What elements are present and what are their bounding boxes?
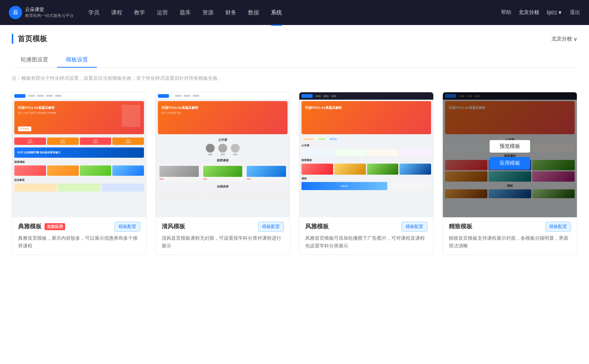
btn-config-jingzhi[interactable]: 模板配置 [545, 222, 571, 232]
nav-yunying[interactable]: 运营 [157, 8, 168, 18]
page-container: 首页模板 北京分校 ∨ 轮播图设置 模板设置 注：模板有部分个性化样式设置，设置… [0, 25, 589, 364]
logo[interactable]: 云 云朵课堂 教育机构一站式服务云平台 [9, 6, 74, 19]
template-preview-dianya: 托福TPO1-54真题及解析 听力 口语 口语练习 阅读速度 写作攻略 立即报名… [12, 92, 146, 217]
template-name-qingfeng: 清风模板 [162, 223, 185, 231]
template-card-jingzhi: 托福TPO1-54真题及解析 公开课 推荐课程 [442, 92, 577, 255]
nav-xitong[interactable]: 系统 [271, 8, 282, 18]
school-selector[interactable]: 北京分校 ∨ [551, 36, 577, 42]
template-name-fengya: 风雅模板 [305, 223, 329, 231]
navbar: 云 云朵课堂 教育机构一站式服务云平台 学员 课程 教学 运营 题库 资源 财务… [0, 0, 589, 25]
nav-logout[interactable]: 退出 [570, 9, 580, 16]
logo-icon: 云 [9, 6, 22, 19]
page-header: 首页模板 北京分校 ∨ [12, 34, 577, 44]
btn-config-dianya[interactable]: 模板配置 [114, 222, 140, 232]
btn-config-qingfeng[interactable]: 模板配置 [258, 222, 284, 232]
template-desc-dianya: 典雅首页模板，展示内容较多，可以展示优惠券和多个推荐课程 [18, 235, 140, 250]
nav-shuju[interactable]: 数据 [248, 8, 259, 18]
badge-current: 当前应用 [45, 223, 65, 230]
nav-school[interactable]: 北京分校 [519, 9, 539, 16]
template-name-jingzhi: 精致模板 [449, 223, 472, 231]
template-name-dianya: 典雅模板 当前应用 [18, 223, 65, 231]
template-footer-fengya: 风雅模板 模板配置 风雅首页模板可添加轮播图下广告图片，可对课程及课程包设置学科… [299, 217, 433, 254]
chevron-down-icon: ∨ [574, 36, 577, 42]
btn-config-fengya[interactable]: 模板配置 [402, 222, 427, 232]
template-footer-jingzhi: 精致模板 模板配置 精致首页模板支持课程展示封面，各模板分隔明显，界面简洁清晰 [443, 217, 577, 254]
template-preview-fengya: 托福TPO1-54真题及解析 全国品牌课程 精品课程 推荐课程 公开课 [299, 92, 433, 217]
templates-grid: 托福TPO1-54真题及解析 听力 口语 口语练习 阅读速度 写作攻略 立即报名… [12, 92, 577, 255]
nav-tiku[interactable]: 题库 [180, 8, 191, 18]
page-title: 首页模板 [12, 34, 47, 44]
template-card-qingfeng: 托福TPO1-54真题及解析 听力 口语 阅读 写作 公开课 讲师1 讲师2 [155, 92, 290, 255]
template-footer-qingfeng: 清风模板 模板配置 清风首页模板课程无封面，可设置按学科分类对课程进行展示 [156, 217, 290, 254]
template-card-dianya: 托福TPO1-54真题及解析 听力 口语 口语练习 阅读速度 写作攻略 立即报名… [12, 92, 147, 255]
btn-preview-jingzhi[interactable]: 预览模板 [490, 140, 530, 153]
btn-apply-jingzhi[interactable]: 应用模板 [490, 157, 530, 169]
tab-template[interactable]: 模板设置 [57, 53, 97, 68]
note-text: 注：模板有部分个性化样式设置，设置后仅当前模板生效；非个性化样式设置后针对所有模… [12, 75, 577, 82]
template-preview-qingfeng: 托福TPO1-54真题及解析 听力 口语 阅读 写作 公开课 讲师1 讲师2 [156, 92, 290, 217]
template-overlay-jingzhi: 预览模板 应用模板 [443, 92, 577, 217]
logo-text-block: 云朵课堂 教育机构一站式服务云平台 [25, 7, 74, 18]
logo-sub: 教育机构一站式服务云平台 [25, 13, 74, 18]
template-footer-dianya: 典雅模板 当前应用 模板配置 典雅首页模板，展示内容较多，可以展示优惠券和多个推… [12, 217, 146, 254]
template-preview-jingzhi: 托福TPO1-54真题及解析 公开课 推荐课程 [443, 92, 577, 217]
nav-user[interactable]: lijt01▼ [547, 10, 562, 15]
template-card-fengya: 托福TPO1-54真题及解析 全国品牌课程 精品课程 推荐课程 公开课 [299, 92, 434, 255]
nav-items: 学员 课程 教学 运营 题库 资源 财务 数据 系统 [88, 8, 501, 18]
nav-kecheng[interactable]: 课程 [111, 8, 122, 18]
template-desc-qingfeng: 清风首页模板课程无封面，可设置按学科分类对课程进行展示 [162, 235, 284, 250]
template-desc-fengya: 风雅首页模板可添加轮播图下广告图片，可对课程及课程包设置学科分类展示 [305, 235, 427, 250]
nav-right: 帮助 北京分校 lijt01▼ 退出 [501, 9, 580, 16]
nav-help[interactable]: 帮助 [501, 9, 511, 16]
nav-xueyuan[interactable]: 学员 [88, 8, 99, 18]
template-desc-jingzhi: 精致首页模板支持课程展示封面，各模板分隔明显，界面简洁清晰 [449, 235, 571, 250]
logo-main: 云朵课堂 [25, 7, 74, 13]
tabs: 轮播图设置 模板设置 [12, 53, 577, 68]
nav-caiwu[interactable]: 财务 [225, 8, 236, 18]
tab-carousel[interactable]: 轮播图设置 [12, 53, 57, 68]
nav-ziyuan[interactable]: 资源 [202, 8, 214, 18]
nav-jiaoxue[interactable]: 教学 [134, 8, 145, 18]
